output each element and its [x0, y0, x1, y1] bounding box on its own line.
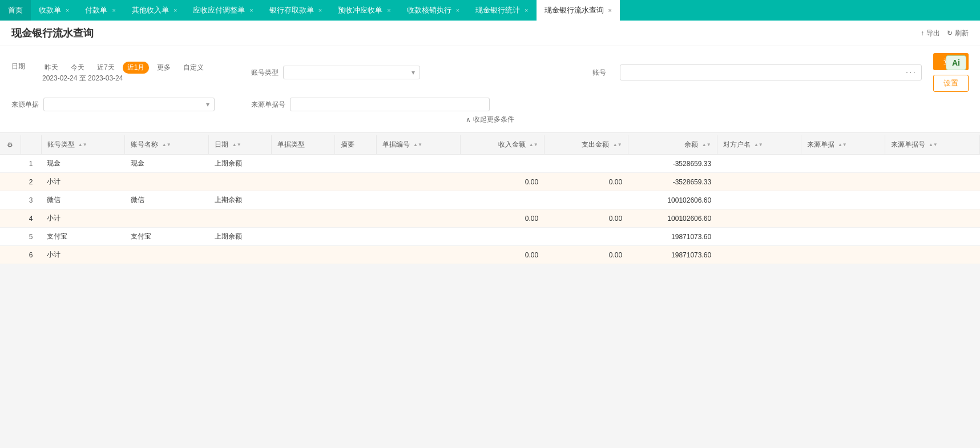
nav-close-prepayment[interactable]: ×	[387, 0, 390, 21]
nav-cash-bank-stats[interactable]: 现金银行统计 ×	[467, 0, 536, 21]
nav-close-cash-bank-stats[interactable]: ×	[525, 0, 528, 21]
row-gear	[0, 209, 21, 228]
row-index: 4	[21, 209, 41, 228]
nav-bank-deposit[interactable]: 银行存取款单 ×	[261, 0, 330, 21]
nav-payment[interactable]: 付款单 ×	[77, 0, 123, 21]
sort-icon-account-type: ▲▼	[78, 143, 87, 147]
cell-counterparty	[717, 191, 801, 209]
nav-collection-exec[interactable]: 收款核销执行 ×	[399, 0, 467, 21]
th-doc-type: 单据类型	[272, 135, 335, 155]
account-more-dots[interactable]: ···	[906, 67, 917, 78]
cell-source_doc_no	[885, 209, 979, 228]
cell-income: 0.00	[460, 209, 544, 228]
cell-counterparty	[717, 155, 801, 173]
th-source-doc-no-label: 来源单据号	[891, 140, 925, 148]
cell-expense	[544, 155, 628, 173]
nav-close-collection-exec[interactable]: ×	[456, 0, 459, 21]
th-gear[interactable]: ⚙	[0, 135, 21, 155]
cell-counterparty	[717, 246, 801, 264]
cell-doc_no	[376, 209, 460, 228]
source-doc-num-input[interactable]	[290, 98, 490, 111]
th-date[interactable]: 日期 ▲▼	[209, 135, 272, 155]
th-index	[21, 135, 41, 155]
row-index: 6	[21, 246, 41, 264]
row-gear	[0, 228, 21, 246]
cell-expense: 0.00	[544, 173, 628, 191]
row-gear	[0, 246, 21, 264]
cell-balance: -3528659.33	[628, 155, 717, 173]
nav-other-income[interactable]: 其他收入单 ×	[124, 0, 185, 21]
cell-summary	[335, 209, 377, 228]
cell-expense	[544, 191, 628, 209]
row-gear	[0, 191, 21, 209]
refresh-icon: ↻	[947, 29, 953, 37]
filter-row-date: 日期 昨天 今天 近7天 近1月 更多 自定义 2023-02-24 至 202…	[11, 53, 969, 92]
date-btn-custom[interactable]: 自定义	[179, 62, 208, 74]
cell-account_name	[125, 246, 209, 264]
th-balance[interactable]: 余额 ▲▼	[628, 135, 717, 155]
cell-account_type: 小计	[41, 246, 125, 264]
cell-summary	[335, 173, 377, 191]
row-index: 5	[21, 228, 41, 246]
cell-balance: 19871073.60	[628, 246, 717, 264]
row-index: 1	[21, 155, 41, 173]
nav-cash-bank-flow[interactable]: 现金银行流水查询 ×	[537, 0, 620, 21]
cell-source_doc	[801, 228, 885, 246]
cell-expense: 0.00	[544, 209, 628, 228]
cell-income	[460, 191, 544, 209]
date-btn-1month[interactable]: 近1月	[123, 62, 150, 74]
cell-account_type: 支付宝	[41, 228, 125, 246]
collapse-bar[interactable]: ∧ 收起更多条件	[11, 111, 969, 126]
nav-close-cash-bank-flow[interactable]: ×	[608, 0, 612, 21]
cell-date: 上期余额	[209, 155, 272, 173]
nav-receipt[interactable]: 收款单 ×	[31, 0, 77, 21]
account-type-select[interactable]: ▾	[283, 66, 420, 79]
date-btn-more[interactable]: 更多	[152, 62, 175, 74]
cell-income	[460, 228, 544, 246]
cell-date	[209, 246, 272, 264]
cell-account_type: 小计	[41, 209, 125, 228]
cell-balance: 100102606.60	[628, 191, 717, 209]
cell-source_doc	[801, 191, 885, 209]
th-account-name[interactable]: 账号名称 ▲▼	[125, 135, 209, 155]
cell-account_name	[125, 173, 209, 191]
export-button[interactable]: ↑ 导出	[921, 29, 940, 38]
cell-doc_no	[376, 191, 460, 209]
cell-date	[209, 173, 272, 191]
table-row: 5支付宝支付宝上期余额19871073.60	[0, 228, 980, 246]
source-doc-select[interactable]: ▾	[43, 98, 215, 111]
th-doc-no[interactable]: 单据编号 ▲▼	[376, 135, 460, 155]
th-counterparty[interactable]: 对方户名 ▲▼	[717, 135, 801, 155]
table-body: 1现金现金上期余额-3528659.332小计0.000.00-3528659.…	[0, 155, 980, 264]
nav-close-ar-ap-adjust[interactable]: ×	[249, 0, 253, 21]
th-income[interactable]: 收入金额 ▲▼	[460, 135, 544, 155]
cell-doc_type	[272, 209, 335, 228]
account-type-label: 账号类型	[251, 68, 279, 78]
refresh-button[interactable]: ↻ 刷新	[947, 29, 969, 38]
nav-prepayment[interactable]: 预收冲应收单 ×	[330, 0, 398, 21]
cell-counterparty	[717, 228, 801, 246]
nav-close-payment[interactable]: ×	[112, 0, 115, 21]
nav-close-other-income[interactable]: ×	[174, 0, 177, 21]
row-gear	[0, 155, 21, 173]
cell-source_doc	[801, 209, 885, 228]
date-btn-yesterday[interactable]: 昨天	[40, 62, 63, 74]
cell-date: 上期余额	[209, 191, 272, 209]
th-source-doc-no[interactable]: 来源单据号 ▲▼	[885, 135, 979, 155]
date-btn-today[interactable]: 今天	[66, 62, 89, 74]
cell-doc_type	[272, 246, 335, 264]
nav-ar-ap-adjust[interactable]: 应收应付调整单 ×	[185, 0, 261, 21]
nav-close-receipt[interactable]: ×	[66, 0, 69, 21]
ai-badge[interactable]: Ai	[946, 55, 966, 70]
top-nav: 首页 收款单 × 付款单 × 其他收入单 × 应收应付调整单 × 银行存取款单 …	[0, 0, 980, 21]
th-doc-type-label: 单据类型	[277, 140, 305, 148]
th-expense[interactable]: 支出金额 ▲▼	[544, 135, 628, 155]
th-account-type[interactable]: 账号类型 ▲▼	[41, 135, 125, 155]
th-source-doc[interactable]: 来源单据 ▲▼	[801, 135, 885, 155]
cell-summary	[335, 246, 377, 264]
date-label: 日期	[11, 62, 34, 71]
settings-button[interactable]: 设置	[933, 75, 969, 92]
nav-home[interactable]: 首页	[0, 0, 31, 21]
nav-close-bank-deposit[interactable]: ×	[318, 0, 322, 21]
date-btn-7days[interactable]: 近7天	[92, 62, 119, 74]
